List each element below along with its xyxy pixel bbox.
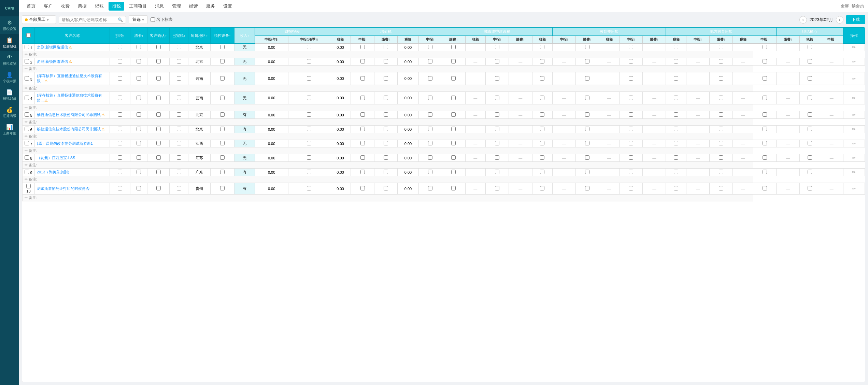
- cell-checkbox[interactable]: [156, 76, 161, 81]
- taxequip-checkbox[interactable]: [220, 45, 225, 49]
- misc-checkbox[interactable]: [674, 112, 678, 117]
- edit-icon[interactable]: ✏: [852, 141, 856, 146]
- misc-checkbox[interactable]: [674, 170, 678, 174]
- cell-checkbox[interactable]: [156, 155, 161, 160]
- edit-icon[interactable]: ✏: [852, 186, 856, 191]
- select-all-checkbox[interactable]: [26, 33, 31, 38]
- edit-icon[interactable]: ✏: [852, 45, 856, 50]
- sidebar-item-baoshuishezhi[interactable]: ⚙ 报税设置: [0, 16, 19, 34]
- zengjia-checkbox[interactable]: [428, 96, 432, 100]
- misc-checkbox[interactable]: [629, 76, 633, 81]
- cell-checkbox[interactable]: [177, 155, 181, 160]
- misc-checkbox[interactable]: [629, 155, 633, 160]
- misc-checkbox[interactable]: [495, 155, 499, 160]
- misc-checkbox[interactable]: [585, 112, 589, 117]
- row-checkbox[interactable]: [25, 170, 29, 174]
- cell-checkbox[interactable]: [156, 96, 161, 100]
- misc-checkbox[interactable]: [495, 112, 499, 117]
- cell-checkbox[interactable]: [118, 141, 122, 145]
- misc-checkbox[interactable]: [719, 141, 723, 145]
- misc-checkbox[interactable]: [719, 96, 723, 100]
- misc-checkbox[interactable]: [674, 127, 678, 131]
- caiwu-checkbox[interactable]: [307, 76, 311, 81]
- zengjia-checkbox[interactable]: [384, 141, 388, 145]
- misc-checkbox[interactable]: [719, 170, 723, 174]
- cell-checkbox[interactable]: [156, 170, 161, 174]
- cell-checkbox[interactable]: [156, 141, 161, 145]
- caiwu-checkbox[interactable]: [307, 155, 311, 160]
- misc-checkbox[interactable]: [495, 76, 499, 81]
- misc-checkbox[interactable]: [540, 127, 544, 131]
- zengjia-checkbox[interactable]: [360, 112, 365, 117]
- zengjia-checkbox[interactable]: [428, 186, 432, 190]
- cell-checkbox[interactable]: [177, 59, 181, 63]
- customer-name[interactable]: (库存核算）直播畅捷通信息技术股份有限...⚠: [35, 92, 110, 104]
- misc-checkbox[interactable]: [719, 186, 723, 190]
- employee-select[interactable]: 全部员工 ▾: [22, 15, 56, 24]
- misc-checkbox[interactable]: [585, 186, 589, 190]
- cell-checkbox[interactable]: [156, 127, 161, 131]
- zengjia-checkbox[interactable]: [428, 76, 432, 81]
- misc-checkbox[interactable]: [763, 155, 767, 160]
- misc-checkbox[interactable]: [540, 141, 544, 145]
- nav-ticket[interactable]: 票据: [74, 2, 90, 11]
- misc-checkbox[interactable]: [495, 127, 499, 131]
- nav-customer[interactable]: 客户: [40, 2, 56, 11]
- nav-tax[interactable]: 报税: [109, 2, 124, 11]
- zengjia-checkbox[interactable]: [360, 76, 365, 81]
- nav-account[interactable]: 记账: [91, 2, 107, 11]
- cell-checkbox[interactable]: [177, 76, 181, 81]
- misc-checkbox[interactable]: [808, 170, 812, 174]
- misc-checkbox[interactable]: [629, 45, 633, 49]
- sidebar-item-gongshangnian[interactable]: 📊 工商年报: [0, 121, 19, 138]
- zengjia-checkbox[interactable]: [428, 141, 432, 145]
- row-checkbox[interactable]: [25, 112, 29, 117]
- misc-checkbox[interactable]: [451, 186, 456, 190]
- caiwu-checkbox[interactable]: [307, 127, 311, 131]
- taxequip-checkbox[interactable]: [220, 59, 225, 63]
- nav-settings[interactable]: 设置: [220, 2, 236, 11]
- misc-checkbox[interactable]: [674, 155, 678, 160]
- zengjia-checkbox[interactable]: [360, 96, 365, 100]
- misc-checkbox[interactable]: [540, 155, 544, 160]
- cell-checkbox[interactable]: [118, 170, 122, 174]
- misc-checkbox[interactable]: [629, 59, 633, 63]
- customer-name[interactable]: （勿删）江西殷宝-LSS: [35, 154, 110, 162]
- search-icon[interactable]: 🔍: [118, 17, 123, 22]
- misc-checkbox[interactable]: [451, 112, 456, 117]
- customer-name[interactable]: 勿删!新锐网络通信⚠: [35, 44, 110, 51]
- nav-service[interactable]: 服务: [203, 2, 218, 11]
- nav-business2[interactable]: 经营: [186, 2, 201, 11]
- zengjia-checkbox[interactable]: [428, 59, 432, 63]
- cell-checkbox[interactable]: [137, 76, 141, 81]
- misc-checkbox[interactable]: [585, 155, 589, 160]
- zengjia-checkbox[interactable]: [384, 59, 388, 63]
- cell-checkbox[interactable]: [118, 127, 122, 131]
- row-checkbox[interactable]: [25, 155, 29, 160]
- customer-name[interactable]: 2013（陶美芳勿删）: [35, 169, 110, 176]
- misc-checkbox[interactable]: [629, 170, 633, 174]
- cell-checkbox[interactable]: [156, 186, 161, 190]
- misc-checkbox[interactable]: [763, 45, 767, 49]
- misc-checkbox[interactable]: [808, 45, 812, 49]
- taxequip-checkbox[interactable]: [220, 186, 225, 190]
- misc-checkbox[interactable]: [451, 96, 456, 100]
- zengjia-checkbox[interactable]: [384, 170, 388, 174]
- misc-checkbox[interactable]: [495, 96, 499, 100]
- misc-checkbox[interactable]: [674, 141, 678, 145]
- misc-checkbox[interactable]: [540, 170, 544, 174]
- sidebar-item-lanjie[interactable]: 👁 报税览览: [0, 51, 19, 69]
- misc-checkbox[interactable]: [451, 59, 456, 63]
- misc-checkbox[interactable]: [451, 141, 456, 145]
- misc-checkbox[interactable]: [629, 96, 633, 100]
- cell-checkbox[interactable]: [177, 186, 181, 190]
- next-date-btn[interactable]: ›: [836, 16, 843, 24]
- misc-checkbox[interactable]: [763, 112, 767, 117]
- misc-checkbox[interactable]: [674, 59, 678, 63]
- zengjia-checkbox[interactable]: [384, 76, 388, 81]
- zengjia-checkbox[interactable]: [360, 59, 365, 63]
- edit-icon[interactable]: ✏: [852, 76, 856, 81]
- sidebar-item-piliang[interactable]: 📋 批量报税: [0, 34, 19, 51]
- caiwu-checkbox[interactable]: [307, 112, 311, 117]
- misc-checkbox[interactable]: [763, 76, 767, 81]
